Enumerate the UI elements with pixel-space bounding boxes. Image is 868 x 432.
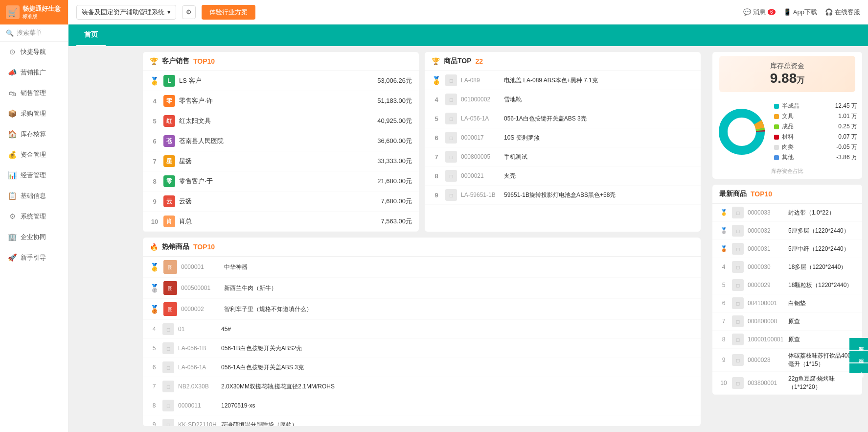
prod-name: 夹壳	[504, 172, 694, 180]
sidebar-item-purchase[interactable]: 📦 采购管理	[0, 103, 68, 124]
inventory-panel: 库存总资金 9.88万	[712, 52, 862, 179]
sidebar-item-operations[interactable]: 📊 经营管理	[0, 165, 68, 186]
legend-dot	[774, 145, 779, 150]
page-nav: 首页	[69, 24, 868, 46]
right-panel: 库存总资金 9.88万	[707, 46, 868, 432]
sidebar-item-new-guide[interactable]: 🚀 新手引导	[0, 247, 68, 268]
legend-name: 成品	[782, 122, 835, 131]
sidebar-item-corp-collab[interactable]: 🏢 企业协同	[0, 227, 68, 247]
customer-name: 肖总	[179, 217, 377, 226]
legend-val: -0.05 万	[836, 143, 857, 151]
chart-area: 半成品 12.45 万 文具 1.01 万 成品 0.25 万	[712, 96, 862, 168]
newest-rank: 🥉	[719, 245, 728, 252]
new-guide-icon: 🚀	[8, 253, 17, 262]
rank-num: 8	[432, 171, 441, 181]
rank-num: 6	[432, 133, 441, 143]
legend-dot	[774, 135, 779, 140]
svg-text:图: 图	[168, 264, 173, 270]
float-service-live[interactable]: 直播	[849, 363, 868, 373]
prod-img: 图	[163, 260, 177, 274]
nav-home[interactable]: 首页	[76, 24, 106, 46]
customer-avatar: 肖	[163, 216, 175, 227]
customer-name: LS 客户	[179, 76, 373, 85]
newest-rank: 4	[719, 264, 728, 270]
prod-code: LA-056-1B	[178, 345, 217, 352]
prod-img: ◻	[445, 132, 457, 144]
prod-img: ◻	[162, 323, 174, 335]
sidebar-item-inventory[interactable]: 🏠 库存核算	[0, 124, 68, 144]
prod-name: 花语萌恒温分腿睡袋（厚款）	[221, 421, 694, 427]
search-icon: 🔍	[6, 29, 14, 37]
settings-button[interactable]: ⚙	[182, 5, 196, 19]
medal-icon: 🥇	[150, 76, 160, 86]
prod-name: 2.0X30MM双搓花轴,搓花直径2.1MM/ROHS	[221, 383, 694, 391]
newest-name: 原查	[788, 336, 855, 344]
sidebar-item-base-info[interactable]: 📋 基础信息	[0, 186, 68, 206]
trial-button[interactable]: 体验行业方案	[202, 5, 255, 20]
sidebar-item-sales[interactable]: 🛍 销售管理	[0, 83, 68, 103]
customer-avatar: 云	[163, 195, 175, 207]
system-name: 装备及固定资产辅助管理系统	[82, 8, 164, 17]
prod-name: 45#	[221, 326, 694, 333]
purchase-icon: 📦	[8, 109, 17, 118]
trophy-icon: 🏆	[150, 57, 158, 65]
chevron-down-icon: ▾	[167, 8, 171, 16]
hot-prod-row: 7 ◻ NB2.0X30B 2.0X30MM双搓花轴,搓花直径2.1MM/ROH…	[143, 377, 701, 396]
customer-value: 7,563.00元	[381, 217, 412, 226]
rank-num: 5	[150, 116, 160, 126]
corp-collab-icon: 🏢	[8, 233, 17, 241]
hot-products-title: 热销商品	[162, 242, 189, 251]
customer-value: 51,183.00元	[377, 96, 412, 105]
finance-icon: 💰	[8, 150, 17, 159]
sidebar-item-label: 销售管理	[21, 89, 46, 97]
quick-nav-icon: ⊙	[8, 48, 17, 56]
prod-name: 新西兰牛肉（新牛）	[224, 284, 694, 292]
newest-name: 5厘中纤（1220*2440）	[788, 245, 855, 253]
prod-img: ◻	[162, 361, 174, 373]
search-menu[interactable]: 🔍 搜索菜单	[0, 24, 68, 42]
rank-num: 5	[150, 345, 159, 352]
customer-avatar: L	[163, 75, 175, 87]
prod-rank-row: 9 ◻ LA-59651-1B 59651-1B旋转投影灯电池盒ABS黑色+58…	[425, 186, 701, 205]
hot-prod-row: 8 ◻ 0000011 12070519-xs	[143, 396, 701, 415]
app-download-button[interactable]: 📱 App下载	[783, 8, 817, 17]
rank-row: 8 零 零售客户·于 21,680.00元	[143, 171, 419, 192]
sidebar-item-finance[interactable]: 💰 资金管理	[0, 144, 68, 165]
notification-icon: 💬	[743, 8, 751, 16]
logo-icon: 🛒	[6, 5, 20, 19]
left-spacer	[69, 46, 137, 432]
prod-img: ◻	[445, 74, 457, 86]
trophy-icon: 🏆	[432, 57, 440, 65]
sidebar-item-label: 营销推广	[21, 68, 46, 77]
newest-img: ◻	[732, 315, 744, 327]
rank-num: 4	[150, 326, 159, 333]
search-menu-label: 搜索菜单	[17, 28, 42, 37]
prod-code: KK-SD22110H	[178, 421, 217, 426]
medal-icon: 🥇	[150, 263, 160, 272]
sidebar-item-quick-nav[interactable]: ⊙ 快捷导航	[0, 42, 68, 62]
customer-avatar: 红	[163, 115, 175, 127]
newest-row: 9 ◻ 0000028 体碳荔枝味苏打饮品400毫升（1*15）	[712, 349, 862, 372]
prod-img: ◻	[162, 400, 174, 411]
rank-num: 7	[432, 152, 441, 162]
customer-avatar: 零	[163, 95, 175, 107]
legend-item: 材料 0.07 万	[774, 132, 857, 142]
newest-code: 0000031	[748, 245, 784, 252]
newest-name: 封边带（1.0*22）	[788, 209, 855, 217]
notification-button[interactable]: 💬 消息 6	[743, 8, 776, 17]
prod-code: 0000002	[181, 306, 220, 312]
sidebar-item-sys-mgmt[interactable]: ⚙ 系统管理	[0, 206, 68, 227]
customer-value: 7,680.00元	[381, 197, 412, 206]
float-service-community[interactable]: 服务社区	[849, 351, 868, 362]
topbar-right: 💬 消息 6 📱 App下载 🎧 在线客服	[743, 8, 860, 17]
newest-row: 🥉 ◻ 0000031 5厘中纤（1220*2440）	[712, 240, 862, 258]
medal-icon: 🥈	[150, 284, 160, 293]
online-service-button[interactable]: 🎧 在线客服	[825, 8, 860, 17]
customer-rank-title: 客户销售	[162, 57, 189, 66]
sidebar-item-marketing[interactable]: 📣 营销推广	[0, 62, 68, 83]
newest-rank: 9	[719, 357, 728, 363]
prod-img: ◻	[162, 381, 174, 392]
float-service-hotline[interactable]: 客服热线	[849, 338, 868, 350]
inv-label: 库存资金占比	[712, 168, 862, 179]
system-selector[interactable]: 装备及固定资产辅助管理系统 ▾	[76, 5, 176, 20]
